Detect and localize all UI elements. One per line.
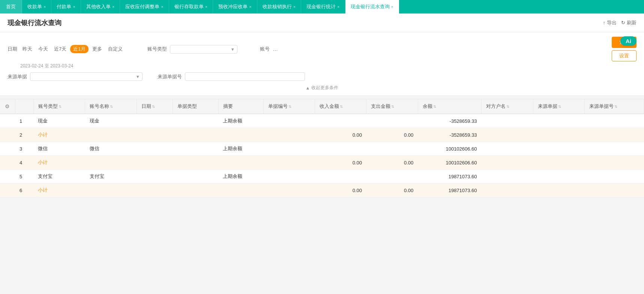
row-summary: [218, 128, 263, 142]
nav-other-income[interactable]: 其他收入单 ×: [81, 0, 120, 13]
nav-writeoff-close[interactable]: ×: [293, 4, 296, 9]
nav-payment[interactable]: 付款单 ×: [51, 0, 81, 13]
col-balance[interactable]: 余额⇅: [418, 99, 481, 114]
nav-ar-ap-adjust-close[interactable]: ×: [161, 4, 163, 9]
col-account-name[interactable]: 账号名称⇅: [85, 99, 137, 114]
date-btn-custom[interactable]: 自定义: [106, 45, 125, 53]
row-doc-type: [173, 184, 218, 197]
nav-bank-deposit-close[interactable]: ×: [205, 4, 207, 9]
nav-payment-close[interactable]: ×: [73, 4, 75, 9]
table-row[interactable]: 5支付宝支付宝上期余额19871073.60: [0, 170, 644, 184]
row-gear: [0, 170, 15, 184]
account-type-label: 账号类型: [147, 46, 167, 52]
row-account-name: 现金: [85, 114, 137, 128]
date-btn-today[interactable]: 今天: [36, 45, 50, 53]
row-counterparty: [482, 128, 533, 142]
nav-receipt[interactable]: 收款单 ×: [22, 0, 51, 13]
row-date: [137, 156, 173, 170]
table-body: 1现金现金上期余额-3528659.332小计0.000.00-3528659.…: [0, 114, 644, 197]
nav-prepay-offset[interactable]: 预收冲应收单 ×: [213, 0, 257, 13]
sort-account-name-icon: ⇅: [110, 104, 113, 109]
row-source-doc: [533, 170, 584, 184]
row-source-doc: [533, 128, 584, 142]
nav-writeoff-label: 收款核销执行: [263, 3, 292, 10]
row-expense: [366, 170, 418, 184]
nav-ar-ap-adjust[interactable]: 应收应付调整单 ×: [120, 0, 169, 13]
col-income[interactable]: 收入金额⇅: [315, 99, 366, 114]
ai-badge[interactable]: Ai: [620, 36, 636, 46]
nav-bank-stat-close[interactable]: ×: [337, 4, 339, 9]
account-type-chevron-icon: ▾: [231, 46, 234, 52]
row-account-name: [85, 156, 137, 170]
date-btn-more[interactable]: 更多: [90, 45, 104, 53]
nav-bank-deposit-label: 银行存取款单: [174, 3, 204, 10]
nav-bank-deposit[interactable]: 银行存取款单 ×: [169, 0, 213, 13]
nav-home[interactable]: 首页: [0, 0, 22, 13]
col-gear[interactable]: ⚙: [0, 99, 15, 114]
account-type-select[interactable]: ▾: [170, 45, 237, 54]
refresh-button[interactable]: ↻ 刷新: [621, 19, 636, 26]
col-counterparty[interactable]: 对方户名⇅: [482, 99, 533, 114]
sort-doc-no-icon: ⇅: [288, 104, 291, 109]
nav-other-income-label: 其他收入单: [86, 3, 111, 10]
nav-bank-stat[interactable]: 现金银行统计 ×: [301, 0, 345, 13]
collapse-bar[interactable]: ▲ 收起更多条件: [8, 85, 636, 91]
row-doc-no: [263, 114, 315, 128]
nav-other-income-close[interactable]: ×: [112, 4, 114, 9]
row-gear: [0, 184, 15, 197]
row-doc-type: [173, 114, 218, 128]
col-account-type[interactable]: 账号类型⇅: [33, 99, 85, 114]
sort-date-icon: ⇅: [152, 104, 155, 109]
row-gear: [0, 114, 15, 128]
date-btn-1month[interactable]: 近1月: [70, 45, 89, 53]
row-date: [137, 184, 173, 197]
col-source-doc-no[interactable]: 来源单据号⇅: [584, 99, 644, 114]
sort-income-icon: ⇅: [340, 104, 343, 109]
table-row[interactable]: 2小计0.000.00-3528659.33: [0, 128, 644, 142]
table-row[interactable]: 4小计0.000.00100102606.60: [0, 156, 644, 170]
row-account-name: [85, 128, 137, 142]
col-source-doc[interactable]: 来源单据⇅: [533, 99, 584, 114]
nav-receipt-close[interactable]: ×: [44, 4, 46, 9]
export-label: 导出: [607, 19, 617, 26]
nav-bank-flow[interactable]: 现金银行流水查询 ×: [345, 0, 399, 13]
row-income: 0.00: [315, 156, 366, 170]
row-account-name: 支付宝: [85, 170, 137, 184]
row-source-doc-no: [584, 156, 644, 170]
col-expense[interactable]: 支出金额⇅: [366, 99, 418, 114]
col-summary: 摘要: [218, 99, 263, 114]
page-header: 现金银行流水查询 ↑ 导出 ↻ 刷新: [0, 13, 644, 32]
source-doc-no-input[interactable]: [185, 72, 305, 81]
row-account-name: 微信: [85, 142, 137, 156]
row-summary: 上期余额: [218, 114, 263, 128]
col-idx: [15, 99, 33, 114]
source-doc-no-filter-group: 来源单据号: [158, 72, 305, 81]
table-row[interactable]: 3微信微信上期余额100102606.60: [0, 142, 644, 156]
nav-bank-flow-close[interactable]: ×: [391, 4, 393, 9]
row-date: [137, 170, 173, 184]
row-doc-type: [173, 156, 218, 170]
row-income: 0.00: [315, 128, 366, 142]
nav-writeoff[interactable]: 收款核销执行 ×: [257, 0, 301, 13]
nav-receipt-label: 收款单: [27, 3, 42, 10]
nav-bank-flow-label: 现金银行流水查询: [351, 3, 390, 10]
row-gear: [0, 142, 15, 156]
table-row[interactable]: 6小计0.000.0019871073.60: [0, 184, 644, 197]
col-date[interactable]: 日期⇅: [137, 99, 173, 114]
row-summary: 上期余额: [218, 142, 263, 156]
account-dots[interactable]: ...: [273, 46, 278, 52]
col-doc-no[interactable]: 单据编号⇅: [263, 99, 315, 114]
source-doc-no-label: 来源单据号: [158, 73, 182, 80]
row-account-name: [85, 184, 137, 197]
table-row[interactable]: 1现金现金上期余额-3528659.33: [0, 114, 644, 128]
settings-button[interactable]: 设置: [612, 50, 636, 61]
sort-counterparty-icon: ⇅: [506, 104, 509, 109]
settings-icon[interactable]: ⚙: [5, 103, 10, 109]
source-doc-select[interactable]: ▾: [30, 72, 143, 81]
date-btn-7days[interactable]: 近7天: [52, 45, 69, 53]
date-btn-yesterday[interactable]: 昨天: [20, 45, 35, 53]
nav-prepay-offset-label: 预收冲应收单: [218, 3, 248, 10]
nav-prepay-offset-close[interactable]: ×: [249, 4, 251, 9]
row-gear: [0, 128, 15, 142]
export-button[interactable]: ↑ 导出: [603, 19, 617, 26]
